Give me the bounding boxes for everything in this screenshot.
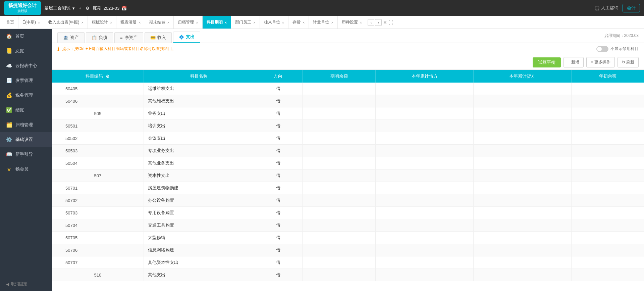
cell-direction: 借 [254,83,302,95]
filter-tab-income[interactable]: 💳 收入 [145,32,172,43]
tab-unit[interactable]: 计量单位 × [309,16,337,29]
sidebar-collapse-button[interactable]: ◀ 取消固定 [0,277,52,291]
tab-label: 归档管理 [178,19,194,25]
sidebar-item-label: 新手引导 [15,151,33,157]
tab-inventory[interactable]: 存货 × [288,16,309,29]
sidebar-item-label: 结账 [15,107,24,113]
cell-credit-ytd [473,244,571,256]
sidebar-item-basic-settings[interactable]: ⚙️ 基础设置 [0,132,52,147]
tab-counterpart[interactable]: 往来单位 × [260,16,288,29]
cell-year-balance [571,194,644,207]
liability-icon: 📋 [92,35,97,40]
sidebar-item-ledger[interactable]: 📒 总账 [0,44,52,58]
close-account-icon: ✅ [6,107,12,113]
cell-direction: 借 [254,244,302,256]
sidebar-item-cloud-report[interactable]: ☁️ 云报表中心 [0,58,52,73]
tab-label: 科目期初 [207,19,223,25]
cell-credit-ytd [473,95,571,107]
filter-tab-expenditure[interactable]: 💠 支出 [173,32,200,43]
cell-name: 办公设备购置 [144,194,254,207]
tab-close-icon[interactable]: × [225,20,227,25]
sidebar-item-label: 归档管理 [15,122,33,128]
add-button[interactable]: + 新增 [564,57,584,67]
table-row: 50707 其他资本性支出 借 [52,256,644,269]
col-settings-icon[interactable]: ⚙ [106,74,110,79]
cell-direction: 借 [254,145,302,157]
tab-next-button[interactable]: › [375,19,382,26]
toggle-label: 不显示禁用科目 [610,46,639,52]
balance-button[interactable]: 试算平衡 [533,57,561,67]
tab-mid-period[interactable]: É(中期) × [18,16,44,29]
disabled-toggle[interactable] [596,46,608,52]
cell-year-balance [571,256,644,269]
calendar-icon: 📅 [121,6,127,11]
tab-close-icon[interactable]: × [196,20,198,25]
tab-label: 收入支出表(年报) [48,19,79,25]
sidebar-item-invoice[interactable]: 🧾 发票管理 [0,73,52,88]
account-button[interactable]: 会计 [623,4,640,12]
help-button[interactable]: 🎧 人工咨询 [594,5,619,11]
tab-currency[interactable]: 币种设置 × [338,16,366,29]
sidebar-item-archive[interactable]: 🗂️ 归档管理 [0,117,52,132]
table-header-row: 科目编码 ⚙ 科目名称 方向 期初余额 本年累计借方 本年累计贷方 年初余额 [52,70,644,83]
help-label: 人工咨询 [601,5,619,11]
settings-icon[interactable]: ⚙ [86,6,90,11]
cell-year-balance [571,207,644,219]
filter-tab-liability[interactable]: 📋 负债 [86,32,113,43]
tab-close-icon[interactable]: × [253,20,255,25]
sidebar-item-tax[interactable]: 💰 税务管理 [0,88,52,103]
table-row: 50706 信息网络购建 借 [52,244,644,256]
cell-credit-ytd [473,120,571,132]
tab-expand-button[interactable]: ⛶ [388,20,393,25]
cell-code: 50702 [52,194,144,207]
sidebar-item-member[interactable]: V 畅会员 [0,162,52,177]
sidebar-item-home[interactable]: 🏠 首页 [0,29,52,44]
net-asset-icon: ≡ [120,35,123,40]
tab-period-carry[interactable]: 期末结转 × [145,16,174,29]
tab-close-all-button[interactable]: ✕ [383,20,387,25]
tab-close-icon[interactable]: × [282,20,284,25]
tab-template[interactable]: 模版设计 × [88,16,116,29]
tab-archive[interactable]: 归档管理 × [174,16,202,29]
add-icon[interactable]: + [79,6,82,11]
tab-prev-button[interactable]: ‹ [368,19,374,26]
tab-close-icon[interactable]: × [110,20,112,25]
col-debit-ytd: 本年累计借方 [376,70,474,83]
refresh-button[interactable]: ↻ 刷新 [618,57,639,67]
period-active-label: 启用期间：2023.03 [604,33,639,41]
hint-icon: ℹ [57,46,59,52]
project-selector[interactable]: 基层工会测试 ▾ + ⚙ [44,5,90,11]
filter-tab-net-asset[interactable]: ≡ 净资产 [114,32,143,43]
cell-code: 50502 [52,132,144,145]
cell-code: 510 [52,269,144,281]
tab-close-icon[interactable]: × [167,20,169,25]
table-wrapper: 科目编码 ⚙ 科目名称 方向 期初余额 本年累计借方 本年累计贷方 年初余额 5 [52,70,644,291]
tab-subject-init[interactable]: 科目期初 × [203,16,231,29]
tab-close-icon[interactable]: × [360,20,362,25]
cell-year-balance [571,219,644,232]
sidebar-item-label: 基础设置 [15,137,33,143]
tab-income-annual[interactable]: 收入支出表(年报) × [44,16,88,29]
cell-debit-ytd [376,269,474,281]
cell-credit-ytd [473,107,571,120]
cell-balance [303,194,376,207]
filter-tab-asset[interactable]: 🏦 资产 [57,32,85,43]
cell-credit-ytd [473,269,571,281]
tab-close-icon[interactable]: × [81,20,83,25]
tab-tax-table[interactable]: 税表清册 × [116,16,145,29]
table-row: 507 资本性支出 借 [52,169,644,182]
tab-close-icon[interactable]: × [303,20,305,25]
sidebar-item-guide[interactable]: 📖 新手引导 [0,147,52,162]
tab-home[interactable]: 首页 [2,16,18,29]
tab-label: 模版设计 [92,19,108,25]
more-button[interactable]: ≡ 更多操作 [586,57,614,67]
table-row: 50502 会议支出 借 [52,132,644,145]
tab-close-icon[interactable]: × [139,20,141,25]
period-info: 账期 2023-03 📅 [93,5,127,11]
cell-debit-ytd [376,256,474,269]
tab-close-icon[interactable]: × [331,20,333,25]
tab-department[interactable]: 部门员工 × [231,16,260,29]
sidebar-item-close-account[interactable]: ✅ 结账 [0,103,52,117]
tab-close-icon[interactable]: × [38,20,40,25]
cell-debit-ytd [376,169,474,182]
